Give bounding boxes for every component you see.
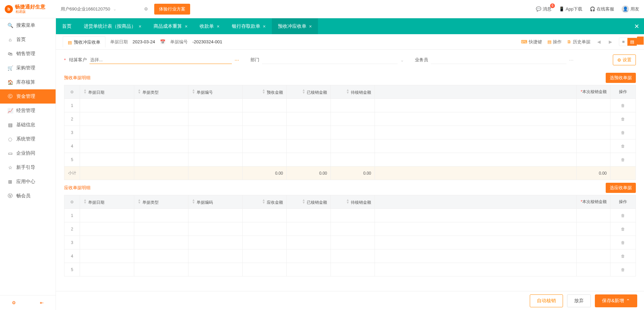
company-selector[interactable]: 用户690企业1660120750 ⌄	[61, 6, 142, 12]
column-header[interactable]: ▲▼单据编码	[188, 195, 243, 209]
date-value[interactable]: 2023-03-24	[133, 39, 155, 44]
select-receivable-button[interactable]: 选应收单据	[606, 183, 636, 193]
gear-icon[interactable]: ⚙	[144, 6, 148, 12]
column-header[interactable]: ▲▼已核销金额	[287, 85, 331, 99]
auto-offset-button[interactable]: 自动核销	[530, 294, 563, 307]
table-row[interactable]: 3🗑	[64, 236, 636, 249]
tab[interactable]: 预收冲应收单×	[272, 18, 318, 34]
doc-tab[interactable]: ▤ 预收冲应收单	[63, 36, 105, 47]
sales-picker[interactable]: ⋯	[569, 58, 574, 63]
delete-icon[interactable]: 🗑	[621, 254, 625, 259]
save-new-button[interactable]: 保存&新增⌃	[595, 294, 637, 307]
delete-icon[interactable]: 🗑	[621, 227, 625, 231]
column-header[interactable]: ▲▼应收金额	[243, 195, 287, 209]
sidebar-item[interactable]: ☆新手引导	[0, 160, 56, 175]
table-row[interactable]: 5🗑	[64, 263, 636, 276]
tab[interactable]: 首页	[56, 18, 78, 34]
settings-icon[interactable]: ⚙	[12, 300, 16, 305]
column-header[interactable]	[375, 195, 577, 209]
customer-input[interactable]	[89, 56, 232, 64]
tab[interactable]: 收款单×	[194, 18, 225, 34]
sidebar-item[interactable]: ◌系统管理	[0, 132, 56, 146]
delete-icon[interactable]: 🗑	[621, 157, 625, 162]
column-header[interactable]: 操作	[610, 85, 636, 99]
column-header[interactable]: ▲▼单据编号	[188, 85, 243, 99]
table-row[interactable]: 3🗑	[64, 126, 636, 139]
gear-icon[interactable]: ⚙	[64, 85, 80, 99]
table-row[interactable]: 1🗑	[64, 99, 636, 112]
column-header[interactable]: ▲▼单据日期	[80, 85, 134, 99]
sidebar-item[interactable]: Ⓒ资金管理	[0, 89, 56, 104]
sales-input[interactable]	[431, 56, 566, 64]
column-header[interactable]: ▲▼待核销金额	[331, 85, 375, 99]
settings-button[interactable]: ⚙设置	[613, 54, 636, 65]
next-doc[interactable]: ▶	[607, 39, 613, 44]
history-link[interactable]: 🗎历史单据	[567, 39, 590, 45]
collapse-icon[interactable]: ⇤	[40, 300, 44, 305]
table-row[interactable]: 4🗑	[64, 249, 636, 263]
gear-icon[interactable]: ⚙	[64, 195, 80, 209]
delete-icon[interactable]: 🗑	[621, 267, 625, 272]
column-header[interactable]	[375, 85, 577, 99]
brand-icon: b	[5, 5, 13, 13]
delete-icon[interactable]: 🗑	[621, 213, 625, 218]
close-all-tabs[interactable]: ✕	[629, 18, 644, 34]
dept-input[interactable]	[262, 56, 398, 64]
view-list[interactable]: ≡	[619, 38, 627, 46]
messages-link[interactable]: 💬 消息 6	[536, 6, 551, 12]
column-header[interactable]: 操作	[610, 195, 636, 209]
sidebar-item[interactable]: Ⓥ畅会员	[0, 189, 56, 203]
tab[interactable]: 银行存取款单×	[226, 18, 272, 34]
rail-button[interactable]	[637, 37, 644, 45]
table-row[interactable]: 4🗑	[64, 139, 636, 153]
close-icon[interactable]: ×	[217, 24, 219, 29]
sidebar-item[interactable]: 🔍搜索菜单	[0, 18, 56, 32]
calendar-icon[interactable]: 📅	[160, 39, 165, 44]
column-header[interactable]: ▲▼已核销金额	[287, 195, 331, 209]
column-header[interactable]: ▲▼预收金额	[243, 85, 287, 99]
date-label: 单据日期	[110, 39, 128, 45]
delete-icon[interactable]: 🗑	[621, 240, 625, 245]
discard-button[interactable]: 放弃	[567, 294, 591, 307]
sidebar-item[interactable]: ▤基础信息	[0, 118, 56, 132]
column-header[interactable]: *本次核销金额	[577, 85, 610, 99]
column-header[interactable]: ▲▼待核销金额	[331, 195, 375, 209]
delete-icon[interactable]: 🗑	[621, 117, 625, 121]
customer-picker[interactable]: ⋯	[235, 58, 240, 63]
chevron-down-icon[interactable]: ⌄	[400, 58, 404, 63]
close-icon[interactable]: ×	[263, 24, 266, 29]
customer-service-link[interactable]: 🎧 在线客服	[590, 6, 614, 12]
delete-icon[interactable]: 🗑	[621, 144, 625, 149]
close-icon[interactable]: ×	[309, 24, 312, 29]
sidebar-item[interactable]: 📈经营管理	[0, 104, 56, 118]
table-row[interactable]: 2🗑	[64, 112, 636, 126]
table-row[interactable]: 5🗑	[64, 153, 636, 167]
close-icon[interactable]: ×	[139, 24, 141, 29]
close-icon[interactable]: ×	[185, 24, 187, 29]
app-download-link[interactable]: 📱 App下载	[559, 6, 582, 12]
shortcut-link[interactable]: ⌨快捷键	[521, 39, 542, 45]
sidebar-item[interactable]: ⌂首页	[0, 32, 56, 47]
delete-icon[interactable]: 🗑	[621, 130, 625, 135]
table-row[interactable]: 1🗑	[64, 209, 636, 222]
sidebar-item[interactable]: ▭企业协同	[0, 146, 56, 160]
column-header[interactable]: ▲▼单据类型	[134, 85, 188, 99]
tab[interactable]: 商品成本重算×	[147, 18, 194, 34]
delete-icon[interactable]: 🗑	[621, 103, 625, 108]
table-row[interactable]: 2🗑	[64, 222, 636, 236]
trial-button[interactable]: 体验行业方案	[154, 4, 190, 15]
user-menu[interactable]: 👤 用友	[622, 5, 639, 13]
column-header[interactable]: ▲▼单据日期	[80, 195, 134, 209]
column-header[interactable]: *本次核销金额	[577, 195, 610, 209]
sidebar-item[interactable]: ⊞应用中心	[0, 175, 56, 189]
prev-doc[interactable]: ◀	[596, 39, 602, 44]
view-card[interactable]: ▤	[627, 38, 637, 46]
column-header[interactable]: ▲▼单据类型	[134, 195, 188, 209]
tab[interactable]: 进货单统计表（按商品）×	[78, 18, 147, 34]
menu-icon: 🛒	[7, 65, 13, 71]
sidebar-item[interactable]: 🏠库存核算	[0, 75, 56, 89]
sidebar-item[interactable]: 🛍销售管理	[0, 47, 56, 61]
sidebar-item[interactable]: 🛒采购管理	[0, 61, 56, 75]
select-advance-button[interactable]: 选预收单据	[606, 73, 636, 83]
operate-link[interactable]: ▤操作	[547, 39, 562, 45]
